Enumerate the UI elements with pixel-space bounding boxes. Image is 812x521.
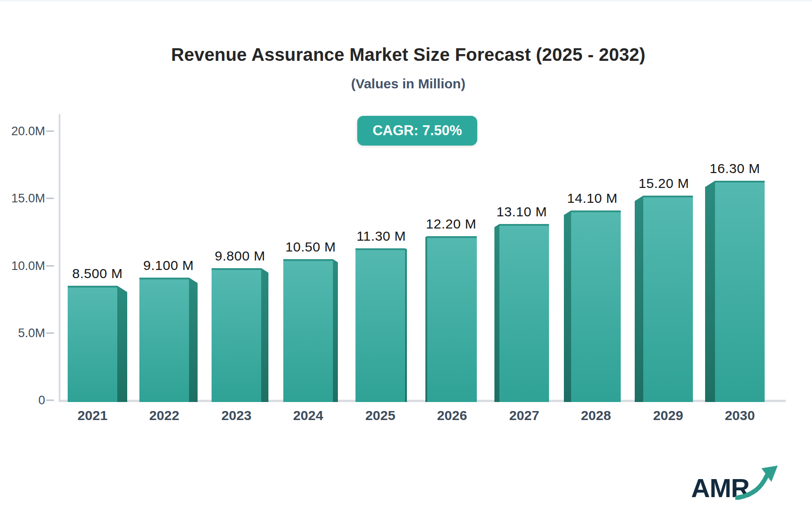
bar-face xyxy=(715,181,765,402)
y-axis-tick-label: 20.0M xyxy=(0,124,45,138)
bar-group: 15.20 M xyxy=(635,196,693,402)
y-axis-tick-mark xyxy=(46,198,54,199)
bar-group: 8.500 M xyxy=(68,286,127,402)
bar-value-label: 9.800 M xyxy=(212,248,268,264)
bar-group: 16.30 M xyxy=(705,181,765,402)
bar-group: 11.30 M xyxy=(355,248,407,402)
bar-face xyxy=(355,248,405,402)
bar-3d-side xyxy=(494,224,499,402)
page: Revenue Assurance Market Size Forecast (… xyxy=(0,0,812,521)
bar-value-label: 13.10 M xyxy=(494,204,549,219)
bar-group: 9.800 M xyxy=(212,268,268,402)
bar-3d-side xyxy=(425,236,427,402)
y-axis-line xyxy=(59,114,60,401)
bar-3d-side xyxy=(705,181,715,402)
chart-title: Revenue Assurance Market Size Forecast (… xyxy=(0,45,812,65)
bar-face xyxy=(283,259,333,402)
bar-group: 14.10 M xyxy=(564,210,621,402)
bar-value-label: 9.100 M xyxy=(139,258,198,273)
bar-value-label: 8.500 M xyxy=(68,266,127,281)
y-axis-tick-label: 10.0M xyxy=(0,259,45,273)
bar-group: 13.10 M xyxy=(494,224,549,402)
bar-value-label: 15.20 M xyxy=(635,176,693,191)
bar-value-label: 12.20 M xyxy=(425,216,477,232)
y-axis-tick-label: 0 xyxy=(0,393,45,407)
bar-face xyxy=(212,268,261,402)
y-axis-tick-mark xyxy=(46,131,54,132)
y-axis-tick-mark xyxy=(46,265,54,266)
amr-logo: AMR xyxy=(691,465,781,507)
bar-3d-side xyxy=(405,248,407,402)
bar-3d-side xyxy=(117,286,127,402)
bar-face xyxy=(571,210,621,402)
bar-value-label: 10.50 M xyxy=(283,239,338,255)
bar-3d-side xyxy=(635,196,643,402)
bar-group: 10.50 M xyxy=(283,259,338,402)
y-axis-tick-mark xyxy=(46,400,54,401)
cagr-badge: CAGR: 7.50% xyxy=(357,116,477,146)
bar-face xyxy=(68,286,117,402)
bar-group: 12.20 M xyxy=(425,236,477,402)
y-axis-tick-label: 5.0M xyxy=(0,326,45,340)
growth-arrow-icon xyxy=(735,465,785,500)
bar-3d-side xyxy=(189,278,198,402)
bar-value-label: 16.30 M xyxy=(705,161,765,176)
chart-subtitle: (Values in Million) xyxy=(0,76,812,91)
bar-face xyxy=(139,278,189,402)
x-axis-year-label: 2030 xyxy=(695,408,785,423)
bar-group: 9.100 M xyxy=(139,278,198,402)
bar-face xyxy=(643,196,693,402)
bar-value-label: 11.30 M xyxy=(355,229,407,244)
bar-3d-side xyxy=(333,259,338,402)
bar-face xyxy=(427,236,477,402)
bar-3d-side xyxy=(261,268,268,402)
y-axis-tick-mark xyxy=(46,332,54,334)
bar-value-label: 14.10 M xyxy=(564,191,621,206)
bar-face xyxy=(499,224,549,402)
y-axis-tick-label: 15.0M xyxy=(0,192,45,206)
bar-3d-side xyxy=(564,210,571,402)
